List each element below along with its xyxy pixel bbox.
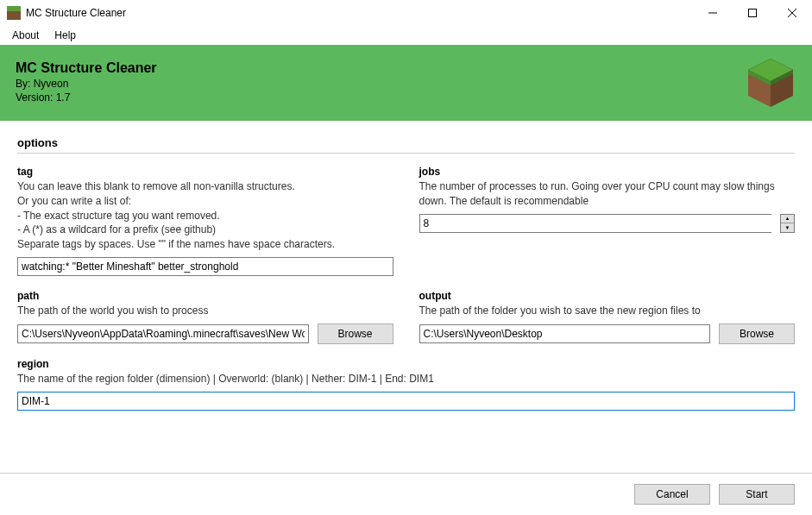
region-input[interactable] — [17, 392, 795, 411]
path-input[interactable] — [17, 324, 309, 343]
tag-label: tag — [17, 166, 393, 178]
menu-about[interactable]: About — [5, 28, 46, 43]
banner-text: MC Structure Cleaner By: Nyveon Version:… — [16, 60, 157, 104]
jobs-input[interactable] — [419, 214, 772, 233]
start-button[interactable]: Start — [719, 484, 795, 505]
titlebar: MC Structure Cleaner — [0, 0, 812, 26]
output-input[interactable] — [419, 324, 711, 343]
jobs-label: jobs — [419, 166, 796, 178]
minimize-button[interactable] — [693, 0, 733, 26]
jobs-spinner: ▲ ▼ — [780, 214, 795, 233]
path-label: path — [17, 290, 393, 302]
tag-input[interactable] — [17, 257, 393, 276]
path-desc: The path of the world you wish to proces… — [17, 304, 393, 318]
options-heading: options — [17, 136, 795, 149]
close-button[interactable] — [772, 0, 812, 26]
output-label: output — [419, 290, 796, 302]
maximize-button[interactable] — [733, 0, 772, 26]
menu-help[interactable]: Help — [47, 28, 83, 43]
region-label: region — [17, 358, 795, 370]
banner-title: MC Structure Cleaner — [16, 60, 157, 76]
app-icon — [7, 6, 21, 20]
window-title: MC Structure Cleaner — [26, 7, 693, 19]
content: options tag You can leave this blank to … — [0, 121, 812, 473]
output-desc: The path of the folder you wish to save … — [419, 304, 796, 318]
banner-version: Version: 1.7 — [16, 91, 157, 105]
jobs-spin-up[interactable]: ▲ — [781, 215, 794, 224]
jobs-spin-down[interactable]: ▼ — [781, 223, 794, 232]
cancel-button[interactable]: Cancel — [634, 484, 710, 505]
menubar: About Help — [0, 26, 812, 45]
tag-desc: You can leave this blank to remove all n… — [17, 179, 393, 252]
svg-rect-3 — [749, 9, 757, 17]
jobs-desc: The number of processes to run. Going ov… — [419, 179, 796, 209]
banner-author: By: Nyveon — [16, 78, 157, 91]
region-desc: The name of the region folder (dimension… — [17, 372, 795, 386]
footer: Cancel Start — [0, 473, 812, 515]
divider — [17, 153, 795, 154]
svg-rect-1 — [7, 11, 21, 20]
output-browse-button[interactable]: Browse — [719, 323, 795, 344]
window-controls — [693, 0, 812, 26]
grass-block-icon — [745, 57, 796, 109]
path-browse-button[interactable]: Browse — [318, 323, 393, 344]
svg-rect-0 — [7, 6, 21, 11]
banner: MC Structure Cleaner By: Nyveon Version:… — [0, 45, 812, 121]
